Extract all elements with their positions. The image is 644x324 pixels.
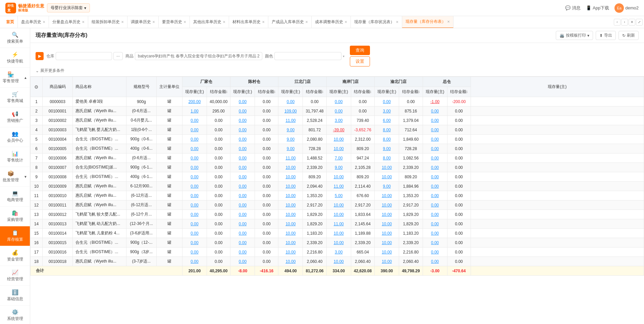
close-tab-0[interactable]: ✕: [43, 20, 45, 24]
nav-tab-1[interactable]: 分量盘点单历史 ✕: [49, 16, 88, 28]
cell-cjc-amt: 0.00: [207, 144, 230, 153]
sidebar-item-management[interactable]: 📈 经营管理: [0, 266, 30, 286]
color-input[interactable]: [274, 52, 341, 60]
nav-tab-7[interactable]: 产成品入库单历史 ✕: [268, 16, 312, 28]
sidebar-item-members[interactable]: 👥 会员中心: [0, 127, 30, 147]
cell-ccc-amt: 0.00: [255, 257, 278, 266]
nav-tab-home[interactable]: 首页: [3, 16, 18, 28]
export-btn[interactable]: ⬆ 导出: [596, 31, 616, 40]
setting-button[interactable]: 设置: [350, 56, 370, 66]
close-tab-4[interactable]: ✕: [183, 20, 186, 24]
sidebar-item-purchase[interactable]: 🛍️ 采购管理: [0, 206, 30, 226]
nav-tab-5[interactable]: 其他出库单历史 ✕: [190, 16, 229, 28]
cell-namd-qty: 3.00: [326, 247, 351, 257]
cell-jbmd-amt: 1,829.20: [303, 219, 326, 229]
refresh-btn[interactable]: ↻ 刷新: [619, 31, 639, 40]
cell-ccc-amt: 0.00: [255, 172, 278, 182]
cell-code: 00100003: [43, 125, 73, 135]
table-row: 1 0000003 爱他美 卓睿3段 900g 罐 200.00 40,000.…: [31, 97, 644, 106]
nav-next-btn[interactable]: ›: [621, 19, 628, 26]
cell-ccc-qty: 0.00: [230, 153, 255, 163]
nav-tab-9[interactable]: 现存量（库存状况表） ✕: [351, 16, 402, 28]
nav-tab-6[interactable]: 材料出库单历史 ✕: [229, 16, 268, 28]
nav-prev-btn[interactable]: ‹: [614, 19, 621, 26]
cell-ybmd-qty: 8.00: [375, 125, 399, 135]
close-tab-3[interactable]: ✕: [152, 20, 155, 24]
th-cjc-amt: 结存金额ℹ: [207, 87, 230, 97]
th-jbmd-qty: 现存量(主): [278, 87, 303, 97]
info-icon-6[interactable]: ℹ: [466, 90, 468, 94]
close-tab-8[interactable]: ✕: [344, 20, 347, 24]
cell-total-qty: 0.00: [423, 219, 447, 229]
cell-extra: [471, 182, 644, 191]
close-tab-7[interactable]: ✕: [305, 20, 308, 24]
goods-input[interactable]: [135, 52, 262, 60]
cell-unit: 罐: [157, 116, 182, 125]
table-row: 13 00100012 飞鹤星飞帆 较大婴儿配... (6-12个月... 罐 …: [31, 210, 644, 219]
cell-total-amt: 0.00: [447, 200, 471, 210]
sidebar-item-basic[interactable]: ℹ️ 基础信息: [0, 286, 30, 306]
cell-cjc-qty: 0.00: [182, 200, 207, 210]
sum-ybmd-amt: 49,798.29: [399, 266, 423, 276]
cell-ybmd-qty: 10.00: [375, 200, 399, 210]
cell-namd-amt: 809.20: [351, 144, 374, 153]
warehouse-input[interactable]: [56, 52, 112, 60]
close-tab-6[interactable]: ✕: [262, 20, 265, 24]
print-btn[interactable]: 🖨️ 按模板打印 ▾: [556, 31, 593, 40]
warehouse-dots-btn[interactable]: ···: [113, 52, 123, 60]
sidebar-item-retail[interactable]: 🏪 零售管理 ▲: [0, 68, 30, 88]
sidebar-item-wholesale[interactable]: 📦 批发管理 ▼: [0, 167, 30, 187]
sidebar-item-retail-stats[interactable]: 📊 零售统计: [0, 147, 30, 167]
sidebar-item-mall[interactable]: 🛒 零售商城: [0, 88, 30, 107]
cell-cjc-qty: 0.00: [182, 153, 207, 163]
info-icon-2[interactable]: ℹ: [274, 90, 275, 94]
sum-cjc-qty: 201.00: [182, 266, 207, 276]
close-tab-9[interactable]: ✕: [396, 20, 398, 24]
cell-ccc-qty: 0.00: [230, 238, 255, 247]
sidebar-item-marketing[interactable]: 📢 营销推广: [0, 107, 30, 127]
close-tab-1[interactable]: ✕: [82, 20, 85, 24]
cell-ybmd-amt: 1,353.20: [399, 191, 423, 200]
cell-name: 合生元(BIOSTIME)派...: [73, 163, 126, 172]
nav-tab-3[interactable]: 调拨单历史 ✕: [127, 16, 159, 28]
sidebar-item-search[interactable]: 🔍 搜索英单: [0, 28, 30, 48]
nav-close-all-btn[interactable]: ✕: [629, 19, 635, 26]
info-icon-3[interactable]: ℹ: [322, 90, 323, 94]
close-tab-2[interactable]: ✕: [121, 20, 124, 24]
sidebar-item-quicknav[interactable]: ⚡ 快捷导航: [0, 48, 30, 68]
info-icon-5[interactable]: ℹ: [418, 90, 420, 94]
sidebar-item-system[interactable]: ⚙️ 系统管理: [0, 306, 30, 324]
nav-tab-0[interactable]: 盘点单历史 ✕: [18, 16, 49, 28]
close-tab-10[interactable]: ✕: [447, 20, 450, 24]
nav-tab-2[interactable]: 组装拆卸单历史 ✕: [88, 16, 127, 28]
cell-no: 10: [31, 182, 43, 191]
info-icon-4[interactable]: ℹ: [370, 90, 371, 94]
expand-toggle-btn[interactable]: ▶: [36, 52, 44, 60]
cell-spec: 0-6月婴儿...: [126, 116, 157, 125]
print-icon: 🖨️: [559, 33, 565, 38]
cell-cjc-qty: 0.00: [182, 144, 207, 153]
message-btn[interactable]: 💬 消息: [565, 5, 581, 11]
query-button[interactable]: 查询: [350, 46, 370, 55]
cell-jbmd-qty: 10.00: [278, 182, 303, 191]
gear-icon[interactable]: ⚙: [34, 84, 39, 90]
cell-total-qty: 0.00: [423, 125, 447, 135]
nav-tab-4[interactable]: 要货单历史 ✕: [159, 16, 190, 28]
app-download-btn[interactable]: 📱 App下载: [586, 5, 609, 11]
nav-tab-8[interactable]: 成本调整单历史 ✕: [312, 16, 351, 28]
user-area[interactable]: Ea demo2: [614, 3, 639, 13]
sidebar-item-inventory[interactable]: 📋 库存核算: [0, 226, 30, 246]
th-unit: 主计量单位: [157, 77, 182, 97]
th-cjc-qty: 现存量(主): [182, 87, 207, 97]
sidebar-item-ecommerce[interactable]: 💻 电商管理: [0, 187, 30, 206]
close-tab-5[interactable]: ✕: [223, 20, 225, 24]
nav-tab-10[interactable]: 现存量（库存分布表） ✕: [402, 16, 453, 28]
cell-name: 惠氏启赋（Wyeth illu...: [73, 257, 126, 266]
store-selector[interactable]: 母婴行业演示陈套 ▾: [47, 3, 90, 12]
sum-ybmd-qty: 390.00: [375, 266, 399, 276]
expand-more-btn[interactable]: ⌄ 展开更多条件: [36, 68, 639, 74]
sidebar-item-finance[interactable]: 💰 资金管理: [0, 246, 30, 266]
nav-expand-btn[interactable]: ⤢: [636, 19, 643, 26]
logo-text: 畅捷通好生意 标准版: [18, 3, 44, 13]
info-icon-1[interactable]: ℹ: [226, 90, 227, 94]
